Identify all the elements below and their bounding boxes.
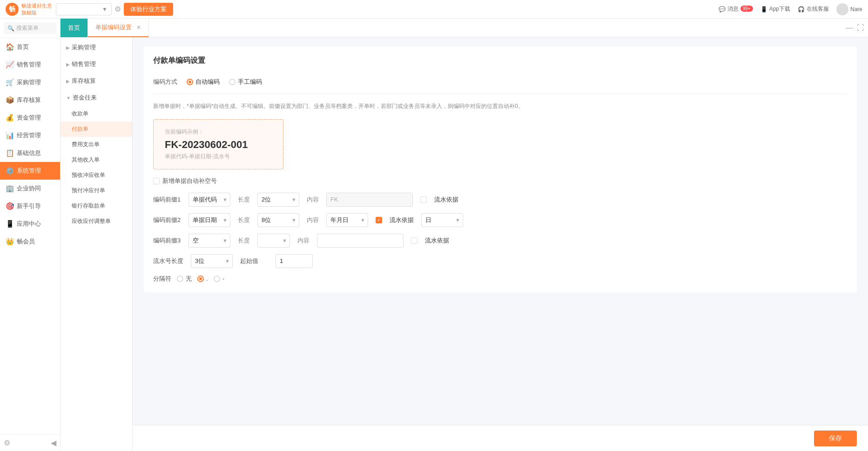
sidebar-item-label: 企业协同 [17,184,41,193]
serial3-checkbox[interactable] [411,237,417,244]
separator-row: 分隔符 无 . - [153,275,848,283]
sidebar-item-label: 经营管理 [17,131,41,140]
content2-select-wrap[interactable]: 年月日 年月 年 ▼ [326,213,368,227]
sidebar-item-sales[interactable]: 📈 销售管理 [0,56,60,74]
serial2-unit-select[interactable]: 日 月 年 [421,213,463,227]
sub-item-prepay-pay[interactable]: 预付冲应付单 [61,183,132,198]
prefix2-select-wrap[interactable]: 单据代码 单据日期 部门 业务员 空 ▼ [188,213,230,227]
bottom-bar: 保存 [133,425,868,451]
tab-maximize-icon[interactable]: ⛶ [857,24,864,32]
sidebar-search-area[interactable]: 🔍 搜索菜单 [0,19,60,38]
message-badge: 99+ [740,6,753,12]
search-icon: 🔍 [7,25,14,32]
sep-dash-radio-circle[interactable] [214,276,220,282]
length3-select[interactable] [257,234,290,248]
length1-select-wrap[interactable]: 2位 4位 ▼ [257,193,299,207]
sidebar-item-system[interactable]: ⚙️ 系统管理 [0,162,60,180]
serial2-unit-wrap[interactable]: 日 月 年 ▼ [421,213,463,227]
sep-dash-radio[interactable]: - [214,275,224,282]
purchase-icon: 🛒 [6,78,14,87]
online-service-btn[interactable]: 🎧 在线客服 [798,5,829,13]
manual-encode-radio[interactable]: 手工编码 [229,78,262,86]
auto-fill-checkbox[interactable] [153,178,160,184]
sidebar-item-operation[interactable]: 📊 经营管理 [0,127,60,144]
tab-home[interactable]: 首页 [61,19,88,37]
menu-group-inventory[interactable]: ▶ 库存核算 [61,73,132,89]
prefix2-row: 编码前缀2 单据代码 单据日期 部门 业务员 空 ▼ [153,213,848,227]
sidebar-item-home[interactable]: 🏠 首页 [0,38,60,56]
menu-group-purchase[interactable]: ▶ 采购管理 [61,39,132,56]
search-btn[interactable]: 🔍 搜索菜单 [4,22,56,34]
app-download-btn[interactable]: 📱 App下载 [760,5,790,13]
settings-icon[interactable]: ⚙ [114,5,121,13]
arrow-icon: ▶ [66,45,70,50]
guide-icon: 🎯 [6,202,14,210]
topbar-dropdown[interactable]: ▼ [56,3,112,15]
sub-item-receipt[interactable]: 收款单 [61,106,132,121]
menu-group-sales[interactable]: ▶ 销售管理 [61,56,132,73]
message-btn[interactable]: 💬 消息 99+ [719,5,753,13]
sidebar-item-basic[interactable]: 📋 基础信息 [0,144,60,162]
auto-encode-label: 自动编码 [195,78,220,86]
prefix2-select[interactable]: 单据代码 单据日期 部门 业务员 空 [188,213,230,227]
footer-collapse-icon[interactable]: ◀ [51,438,56,447]
sidebar-item-inventory[interactable]: 📦 库存核算 [0,91,60,109]
sep-none-radio-circle[interactable] [177,276,183,282]
sidebar-item-label: 库存核算 [17,96,41,104]
tab-close-icon[interactable]: ✕ [136,24,141,31]
main-panel: 付款单编码设置 编码方式 自动编码 手工编码 [133,37,868,451]
start-value-input[interactable] [276,254,313,268]
serial-length-select-wrap[interactable]: 2位 3位 4位 5位 6位 ▼ [191,254,233,268]
start-value-label: 起始值 [240,257,268,265]
menu-group-finance[interactable]: ▼ 资金往来 [61,89,132,106]
manual-encode-label: 手工编码 [238,78,262,86]
auto-fill-row: 新增单据自动补空号 [153,177,848,185]
tab-encode-settings[interactable]: 单据编码设置 ✕ [88,19,149,37]
logo-icon: 畅 [6,3,19,16]
tab-minimize-icon[interactable]: — [846,24,853,32]
sidebar-item-label: 采购管理 [17,78,41,87]
sub-item-other-income[interactable]: 其他收入单 [61,152,132,168]
sub-item-bank[interactable]: 银行存取款单 [61,198,132,214]
footer-settings-icon[interactable]: ⚙ [4,438,10,447]
trial-button[interactable]: 体验行业方案 [124,3,173,16]
sidebar-item-corp[interactable]: 🏢 企业协同 [0,180,60,197]
arrow-icon: ▶ [66,62,70,67]
serial-length-select[interactable]: 2位 3位 4位 5位 6位 [191,254,233,268]
manual-radio-circle[interactable] [229,79,236,85]
system-icon: ⚙️ [6,167,14,175]
sidebar-item-member[interactable]: 👑 畅会员 [0,233,60,250]
sidebar-item-app[interactable]: 📱 应用中心 [0,215,60,233]
serial2-checkbox[interactable]: ✓ [376,217,382,223]
prefix3-select-wrap[interactable]: 单据代码 单据日期 部门 业务员 空 ▼ [188,234,230,248]
prefix1-select-wrap[interactable]: 单据代码 单据日期 部门 业务员 空 ▼ [188,193,230,207]
serial1-checkbox[interactable] [420,196,427,203]
content3-input[interactable] [317,234,404,248]
settings-card: 付款单编码设置 编码方式 自动编码 手工编码 [144,47,857,292]
prefix1-select[interactable]: 单据代码 单据日期 部门 业务员 空 [188,193,230,207]
length2-label: 长度 [238,216,250,224]
content2-select[interactable]: 年月日 年月 年 [326,213,368,227]
length2-select[interactable]: 4位 6位 8位 [257,213,299,227]
avatar [836,3,848,15]
length1-label: 长度 [238,195,250,204]
length1-select[interactable]: 2位 4位 [257,193,299,207]
prefix3-select[interactable]: 单据代码 单据日期 部门 业务员 空 [188,234,230,248]
sidebar-item-guide[interactable]: 🎯 新手引导 [0,197,60,215]
auto-radio-circle[interactable] [187,79,193,85]
auto-encode-radio[interactable]: 自动编码 [187,78,220,86]
save-button[interactable]: 保存 [814,431,857,446]
sub-item-payment[interactable]: 付款单 [61,121,132,137]
sub-item-expense[interactable]: 费用支出单 [61,137,132,152]
sub-item-adjust[interactable]: 应收应付调整单 [61,214,132,229]
content1-input [326,193,413,207]
length2-select-wrap[interactable]: 4位 6位 8位 ▼ [257,213,299,227]
sub-item-prepay-recv[interactable]: 预收冲应收单 [61,168,132,183]
sidebar-item-purchase[interactable]: 🛒 采购管理 [0,74,60,91]
user-area[interactable]: Nare [836,3,862,15]
sep-none-radio[interactable]: 无 [177,275,192,283]
sep-dot-radio[interactable]: . [197,275,208,282]
length3-select-wrap[interactable]: ▼ [257,234,290,248]
sidebar-item-finance[interactable]: 💰 资金管理 [0,109,60,127]
sep-dot-radio-circle[interactable] [197,276,204,282]
